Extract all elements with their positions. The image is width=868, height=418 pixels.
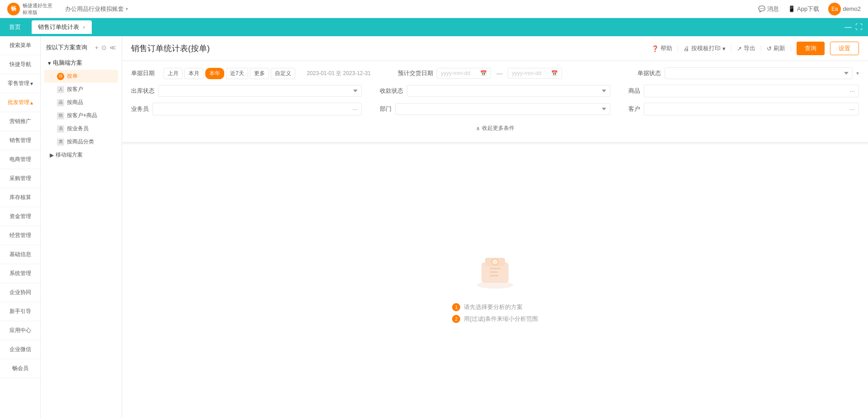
tree-parent-mobile[interactable]: ▶ 移动端方案	[44, 148, 118, 162]
status-expand-icon[interactable]: ▾	[856, 70, 859, 76]
sidebar-item-quicknav[interactable]: 快捷导航	[0, 55, 40, 74]
sidebar-item-retail[interactable]: 零售管理 ▾	[0, 74, 40, 93]
tab-sales-order[interactable]: 销售订单统计表 ×	[32, 20, 92, 34]
status-select[interactable]: 全部 待审核 已审核 已作废	[665, 67, 853, 79]
sidebar-item-newbie[interactable]: 新手引导	[0, 302, 40, 321]
top-bar-right: 💬 消息 📱 App下载 Ea demo2	[758, 3, 861, 15]
sidebar-item-purchase[interactable]: 采购管理	[0, 169, 40, 188]
svg-rect-4	[490, 268, 500, 269]
sidebar-item-enterprise[interactable]: 企业协同	[0, 283, 40, 302]
export-btn[interactable]: ↗ 导出	[737, 44, 755, 52]
sidebar-item-inventory[interactable]: 库存核算	[0, 188, 40, 207]
date-btn-last-month[interactable]: 上月	[164, 68, 183, 79]
scheme-item-by-customer[interactable]: 人 按客户	[44, 83, 118, 96]
filter-row-extra: 业务员 ··· 部门	[131, 103, 859, 115]
scheme-item-by-salesman[interactable]: 员 按业务员	[44, 122, 118, 135]
date-btn-group: 上月 本月 本年 近7天 更多 自定义	[164, 68, 295, 79]
print-btn[interactable]: 🖨 按模板打印 ▾	[684, 44, 726, 52]
date-btn-7days[interactable]: 近7天	[226, 68, 248, 79]
goods-section: 商品 ···	[628, 85, 859, 97]
chevron-icon: ▾	[30, 81, 33, 87]
page-header: 销售订单统计表(按单) ❓ 帮助 🖨 按模板打印 ▾ ↗	[122, 36, 868, 61]
divider	[678, 45, 678, 52]
tab-close-icon[interactable]: ×	[83, 25, 85, 30]
out-status-select-wrapper[interactable]: 未出库 部分出库 全部出库	[158, 85, 362, 97]
chevron-icon: ▴	[30, 100, 33, 106]
left-panel-header: 按以下方案查询 + ⊙ ≪	[41, 41, 122, 54]
tab-home[interactable]: 首页	[0, 18, 30, 36]
sidebar-item-finance[interactable]: 资金管理	[0, 207, 40, 226]
message-btn[interactable]: 💬 消息	[758, 5, 779, 13]
tab-maximize-btn[interactable]: ⛶	[855, 23, 863, 31]
calendar-icon2: 📅	[551, 70, 558, 76]
chevron-right-icon: ▶	[50, 152, 54, 158]
user-menu[interactable]: Ea demo2	[828, 3, 861, 15]
sidebar-item-search[interactable]: 搜索菜单	[0, 36, 40, 55]
tab-minimize-btn[interactable]: —	[844, 23, 852, 31]
sidebar-item-wholesale[interactable]: 批发管理 ▴	[0, 93, 40, 112]
date-range-text: 2023-01-01 至 2023-12-31	[307, 70, 371, 77]
date-start-input[interactable]: yyyy-mm-dd 📅	[437, 68, 491, 79]
settings-btn[interactable]: 设置	[830, 42, 859, 55]
date-btn-more[interactable]: 更多	[250, 68, 269, 79]
goods-more-icon[interactable]: ···	[849, 87, 855, 95]
edit-scheme-btn[interactable]: ⊙	[101, 44, 107, 51]
logo-area: 畅 畅捷通好生意 标准版	[7, 2, 52, 15]
out-status-select[interactable]: 未出库 部分出库 全部出库	[158, 85, 362, 97]
scheme-item-by-category[interactable]: 类 按商品分类	[44, 135, 118, 148]
date-end-input[interactable]: yyyy-mm-dd 📅	[508, 68, 562, 79]
customer-section: 客户 ···	[628, 103, 859, 115]
sidebar-item-ecommerce[interactable]: 电商管理	[0, 150, 40, 169]
query-btn[interactable]: 查询	[797, 42, 825, 55]
right-main: 销售订单统计表(按单) ❓ 帮助 🖨 按模板打印 ▾ ↗	[122, 36, 868, 418]
refresh-btn[interactable]: ↺ 刷新	[767, 44, 785, 52]
dept-select-wrapper[interactable]	[395, 103, 610, 115]
sidebar-item-marketing[interactable]: 营销推广	[0, 112, 40, 131]
print-arrow-icon: ▾	[722, 45, 726, 52]
collect-status-select[interactable]: 未收款 部分收款 全部收款	[407, 85, 610, 97]
phone-icon: 📱	[788, 5, 795, 12]
scheme-item-by-customer-goods[interactable]: 组 按客户+商品	[44, 109, 118, 122]
add-scheme-btn[interactable]: +	[95, 44, 99, 51]
tip-num-1: 1	[452, 303, 460, 311]
collect-status-section: 收款状态 未收款 部分收款 全部收款	[380, 85, 610, 97]
divider4	[791, 45, 791, 52]
divider3	[761, 45, 761, 52]
sidebar-item-wechat[interactable]: 企业微信	[0, 340, 40, 359]
tree-parent-pc[interactable]: ▾ 电脑端方案	[44, 56, 118, 70]
tip-num-2: 2	[452, 315, 460, 323]
collect-status-select-wrapper[interactable]: 未收款 部分收款 全部收款	[407, 85, 610, 97]
scheme-item-by-goods[interactable]: 品 按商品	[44, 96, 118, 109]
sidebar-item-sales[interactable]: 销售管理	[0, 131, 40, 150]
empty-tip-1: 1 请先选择要分析的方案	[452, 303, 538, 311]
svg-rect-5	[490, 271, 498, 273]
sidebar-item-operations[interactable]: 经营管理	[0, 226, 40, 245]
date-btn-custom[interactable]: 自定义	[271, 68, 295, 79]
customer-input[interactable]: ···	[644, 103, 859, 115]
date-btn-this-month[interactable]: 本月	[184, 68, 203, 79]
empty-tips: 1 请先选择要分析的方案 2 用[过滤]条件来缩小分析范围	[452, 303, 538, 323]
collapse-bar[interactable]: ∧ 收起更多条件	[131, 121, 859, 136]
help-btn[interactable]: ❓ 帮助	[651, 44, 672, 52]
scheme-icon-salesman: 员	[57, 125, 64, 133]
scheme-item-by-order[interactable]: 按 按单	[44, 70, 118, 83]
salesman-more-icon[interactable]: ···	[352, 105, 358, 113]
sidebar-item-basic-info[interactable]: 基础信息	[0, 245, 40, 264]
workspace-selector[interactable]: 办公用品行业模拟账套 ▾	[65, 5, 128, 13]
dept-select[interactable]	[395, 103, 610, 115]
sidebar-item-members[interactable]: 畅会员	[0, 359, 40, 378]
status-select-wrapper[interactable]: 全部 待审核 已审核 已作废	[665, 67, 853, 79]
app-download-btn[interactable]: 📱 App下载	[788, 5, 819, 13]
sidebar-item-system[interactable]: 系统管理	[0, 264, 40, 283]
goods-input[interactable]: ···	[644, 85, 859, 97]
collapse-panel-btn[interactable]: ≪	[109, 44, 116, 51]
top-bar: 畅 畅捷通好生意 标准版 办公用品行业模拟账套 ▾ 💬 消息 📱 App下载 E…	[0, 0, 868, 18]
calendar-icon: 📅	[480, 70, 487, 76]
left-panel-actions: + ⊙ ≪	[95, 44, 116, 51]
date-btn-this-year[interactable]: 本年	[205, 68, 224, 79]
salesman-input[interactable]: ···	[152, 103, 362, 115]
sidebar-item-apps[interactable]: 应用中心	[0, 321, 40, 340]
customer-more-icon[interactable]: ···	[849, 105, 855, 113]
scheme-icon-category: 类	[57, 138, 64, 146]
top-bar-left: 畅 畅捷通好生意 标准版 办公用品行业模拟账套 ▾	[7, 2, 128, 15]
